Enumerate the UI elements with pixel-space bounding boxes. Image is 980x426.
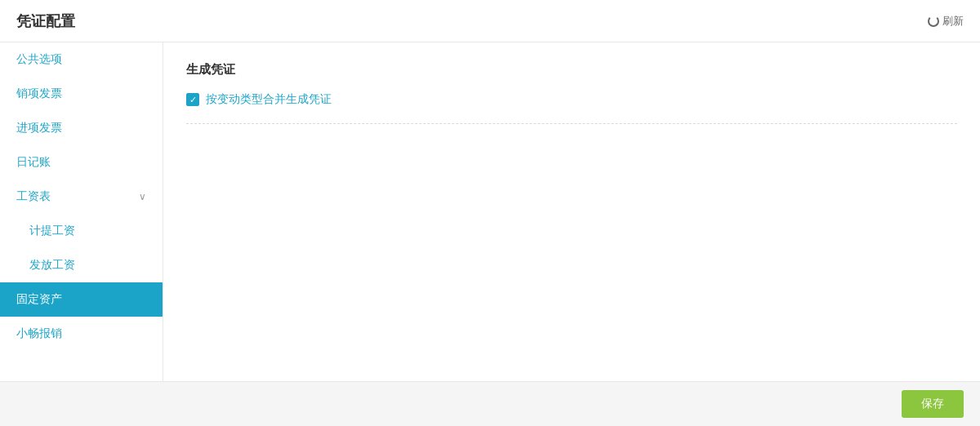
sidebar-item-expense[interactable]: 小畅报销 [0, 317, 163, 351]
page-container: 凭证配置 刷新 公共选项 销项发票 进项发票 日记账 工资表 ∨ [0, 0, 980, 426]
sidebar-item-label: 工资表 [16, 189, 51, 204]
sidebar-item-label: 进项发票 [16, 121, 62, 135]
sidebar-item-label: 发放工资 [29, 258, 75, 273]
sidebar-item-fixed-assets[interactable]: 固定资产 [0, 282, 163, 317]
sidebar-item-purchase-invoice[interactable]: 进项发票 [0, 111, 163, 145]
chevron-down-icon: ∨ [139, 191, 146, 202]
refresh-button[interactable]: 刷新 [928, 14, 964, 29]
refresh-icon [928, 16, 939, 27]
sidebar-item-label: 日记账 [16, 155, 51, 170]
header: 凭证配置 刷新 [0, 0, 980, 42]
sidebar-item-public[interactable]: 公共选项 [0, 42, 163, 77]
sidebar-item-payroll-pay[interactable]: 发放工资 [0, 248, 163, 282]
checkbox-label: 按变动类型合并生成凭证 [206, 92, 332, 107]
section-divider [186, 123, 957, 124]
save-button[interactable]: 保存 [902, 390, 964, 418]
sidebar-item-label: 公共选项 [16, 52, 62, 67]
sidebar-item-sales-invoice[interactable]: 销项发票 [0, 77, 163, 111]
sidebar-item-label: 固定资产 [16, 292, 62, 307]
main-layout: 公共选项 销项发票 进项发票 日记账 工资表 ∨ 计提工资 发放工资 固定资 [0, 42, 980, 381]
merge-by-type-checkbox[interactable] [186, 93, 199, 106]
refresh-label: 刷新 [942, 14, 964, 29]
sidebar-item-payroll-calc[interactable]: 计提工资 [0, 214, 163, 248]
sidebar: 公共选项 销项发票 进项发票 日记账 工资表 ∨ 计提工资 发放工资 固定资 [0, 42, 163, 381]
footer: 保存 [0, 381, 980, 426]
sidebar-item-label: 销项发票 [16, 87, 62, 101]
section-title: 生成凭证 [186, 62, 957, 78]
sidebar-item-label: 计提工资 [29, 224, 75, 238]
checkbox-row: 按变动类型合并生成凭证 [186, 92, 957, 107]
sidebar-item-payroll[interactable]: 工资表 ∨ [0, 180, 163, 214]
sidebar-item-label: 小畅报销 [16, 326, 62, 341]
sidebar-item-journal[interactable]: 日记账 [0, 145, 163, 180]
page-title: 凭证配置 [16, 11, 75, 31]
content-area: 生成凭证 按变动类型合并生成凭证 [163, 42, 980, 381]
